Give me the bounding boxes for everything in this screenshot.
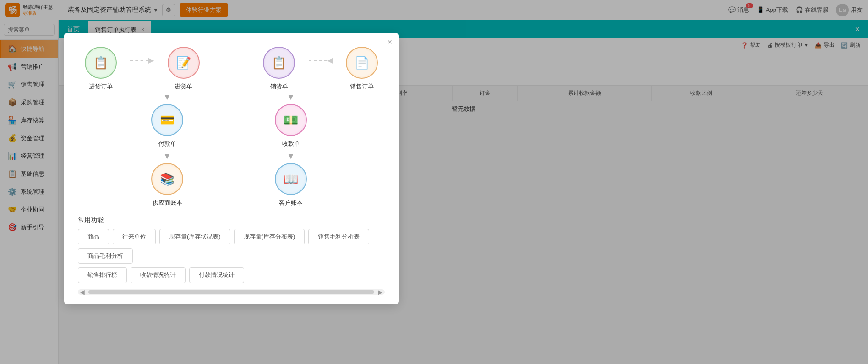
common-btn-sales-ranking[interactable]: 销售排行榜 bbox=[78, 267, 127, 283]
common-functions-title: 常用功能 bbox=[78, 216, 385, 224]
supplier-account-icon-circle: 📚 bbox=[151, 163, 183, 195]
supplier-account-label: 供应商账本 bbox=[153, 199, 182, 207]
flow-node-purchase-order[interactable]: 📋 进货订单 bbox=[85, 47, 117, 91]
down-arrow-sales: ▼ bbox=[287, 92, 295, 102]
arrow-icon-1: ▶ bbox=[148, 56, 154, 65]
arrow-sales-order-to-bill: ◀ bbox=[309, 56, 333, 65]
payment-icon: 💳 bbox=[160, 113, 175, 127]
dashed-line-2 bbox=[309, 60, 327, 61]
receipt-icon: 💵 bbox=[284, 113, 298, 127]
common-functions-section: 常用功能 商品 往来单位 现存量(库存状况表) 现存量(库存分布表) 销售毛利分… bbox=[78, 216, 385, 283]
purchase-order-label: 进货订单 bbox=[89, 82, 113, 91]
common-btn-receipt-stats[interactable]: 收款情况统计 bbox=[131, 267, 186, 283]
customer-account-icon: 📖 bbox=[284, 172, 298, 186]
arrow-purchase-order-to-bill: ▶ bbox=[130, 56, 154, 65]
dashed-line-1 bbox=[130, 60, 148, 61]
flow-arrows-down-2: ▼ ▼ bbox=[78, 152, 385, 161]
payment-icon-circle: 💳 bbox=[151, 104, 183, 136]
payment-label: 付款单 bbox=[158, 140, 176, 148]
sales-order-icon-circle: 📄 bbox=[346, 47, 378, 79]
receipt-icon-circle: 💵 bbox=[275, 104, 307, 136]
flow-node-sales-bill[interactable]: 📋 销货单 bbox=[263, 47, 295, 91]
flow-node-sales-order[interactable]: 📄 销售订单 bbox=[346, 47, 378, 91]
supplier-account-icon: 📚 bbox=[160, 172, 175, 186]
arrow-icon-2: ◀ bbox=[327, 56, 333, 65]
common-btn-stock-dist[interactable]: 现存量(库存分布表) bbox=[234, 229, 305, 244]
popup-close-btn[interactable]: × bbox=[387, 38, 392, 47]
popup-scrollbar-thumb[interactable] bbox=[88, 290, 374, 294]
down-arrow-payment: ▼ bbox=[163, 152, 171, 161]
sales-order-label: 销售订单 bbox=[350, 82, 374, 91]
purchase-bill-icon: 📝 bbox=[176, 56, 191, 70]
receipt-label: 收款单 bbox=[282, 140, 300, 148]
sales-bill-icon-circle: 📋 bbox=[263, 47, 295, 79]
sales-order-icon: 📄 bbox=[355, 56, 369, 70]
common-btn-payment-stats[interactable]: 付款情况统计 bbox=[189, 267, 244, 283]
purchase-order-icon-circle: 📋 bbox=[85, 47, 117, 79]
common-btn-sales-gross[interactable]: 销售毛利分析表 bbox=[308, 229, 369, 244]
scroll-right-icon[interactable]: ▶ bbox=[376, 288, 385, 296]
down-arrow-receipt: ▼ bbox=[287, 152, 295, 161]
down-arrow-purchase: ▼ bbox=[163, 92, 171, 102]
sales-bill-icon: 📋 bbox=[272, 56, 286, 70]
flow-row-1: 📋 进货订单 ▶ 📝 进货单 📋 bbox=[78, 47, 385, 91]
purchase-order-icon: 📋 bbox=[93, 56, 108, 70]
flow-node-customer-account[interactable]: 📖 客户账本 bbox=[275, 163, 307, 207]
common-btn-product-gross[interactable]: 商品毛利分析 bbox=[78, 248, 133, 264]
popup-scrollbar-track[interactable]: ◀ ▶ bbox=[78, 289, 385, 295]
flow-node-purchase-bill[interactable]: 📝 进货单 bbox=[168, 47, 200, 91]
scroll-left-icon[interactable]: ◀ bbox=[78, 288, 87, 296]
common-btn-product[interactable]: 商品 bbox=[78, 229, 109, 244]
common-btn-stock-status[interactable]: 现存量(库存状况表) bbox=[159, 229, 230, 244]
flow-diagram: 📋 进货订单 ▶ 📝 进货单 📋 bbox=[78, 47, 385, 209]
flow-node-payment[interactable]: 💳 付款单 bbox=[151, 104, 183, 148]
flow-row-3: 💳 付款单 💵 收款单 bbox=[78, 104, 385, 148]
quick-nav-popup: × 📋 进货订单 ▶ 📝 进货单 bbox=[64, 33, 399, 304]
sales-bill-label: 销货单 bbox=[270, 82, 288, 91]
flow-arrows-down: ▼ ▼ bbox=[78, 92, 385, 102]
common-btn-partner[interactable]: 往来单位 bbox=[113, 229, 156, 244]
flow-node-receipt[interactable]: 💵 收款单 bbox=[275, 104, 307, 148]
customer-account-icon-circle: 📖 bbox=[275, 163, 307, 195]
customer-account-label: 客户账本 bbox=[279, 199, 303, 207]
purchase-bill-label: 进货单 bbox=[175, 82, 192, 91]
flow-node-supplier-account[interactable]: 📚 供应商账本 bbox=[151, 163, 183, 207]
purchase-bill-icon-circle: 📝 bbox=[168, 47, 200, 79]
flow-row-5: 📚 供应商账本 📖 客户账本 bbox=[78, 163, 385, 207]
common-btns-row1: 商品 往来单位 现存量(库存状况表) 现存量(库存分布表) 销售毛利分析表 商品… bbox=[78, 229, 385, 264]
common-btns-row2: 销售排行榜 收款情况统计 付款情况统计 bbox=[78, 267, 385, 283]
